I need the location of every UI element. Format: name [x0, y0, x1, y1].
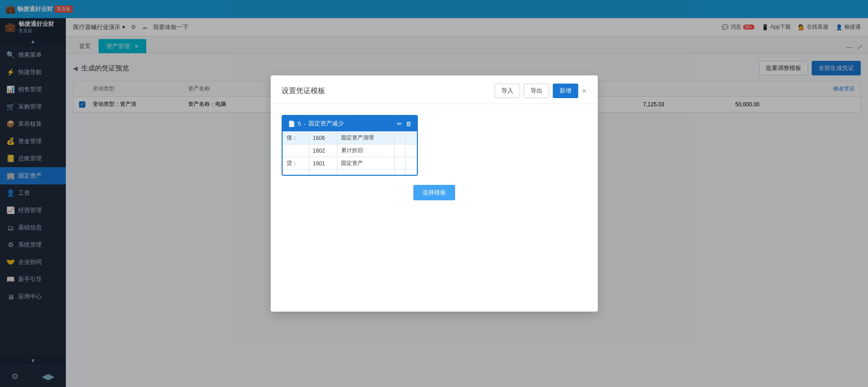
template-name: 固定资产减少 [308, 119, 344, 128]
modal-header: 设置凭证模板 导入 导出 新增 × [271, 75, 598, 104]
template-card-header: 📄 5 - 固定资产减少 ✏ 🗑 [283, 116, 417, 131]
modal-close-button[interactable]: × [582, 86, 587, 96]
template-entry-row: 借： 1606 固定资产清理 [283, 132, 417, 144]
entry-code-0: 1606 [309, 132, 337, 144]
template-id: 5 [298, 120, 301, 127]
card-title: 📄 5 - 固定资产减少 [288, 119, 344, 128]
modal-header-right: 导入 导出 新增 × [495, 84, 587, 98]
import-button[interactable]: 导入 [495, 84, 520, 98]
select-template-button[interactable]: 选择模板 [413, 185, 455, 200]
entry-debit-2 [395, 157, 406, 170]
entry-credit-2 [406, 157, 417, 170]
entry-code-1: 1602 [309, 144, 337, 157]
entry-credit-3 [406, 170, 417, 175]
entry-credit-1 [406, 144, 417, 157]
modal-actions: 导入 导出 新增 [495, 84, 578, 98]
entry-subject-0: 固定资产清理 [337, 132, 394, 144]
entry-type-2: 贷： [283, 157, 309, 170]
delete-template-icon[interactable]: 🗑 [406, 120, 412, 127]
entry-type-1 [283, 144, 309, 157]
export-button[interactable]: 导出 [524, 84, 549, 98]
set-voucher-template-modal: 设置凭证模板 导入 导出 新增 × 📄 5 - 固定资产减少 [271, 75, 598, 312]
entry-debit-1 [395, 144, 406, 157]
modal-title: 设置凭证模板 [282, 86, 325, 96]
entry-type-3 [283, 170, 309, 175]
template-entry-row: 贷： 1601 固定资产 [283, 157, 417, 170]
modal-overlay: 设置凭证模板 导入 导出 新增 × 📄 5 - 固定资产减少 [0, 0, 868, 387]
template-card: 📄 5 - 固定资产减少 ✏ 🗑 借： 1606 [282, 115, 418, 176]
entry-debit-0 [395, 132, 406, 144]
entry-debit-3 [395, 170, 406, 175]
template-entry-row-empty [283, 170, 417, 175]
new-template-button[interactable]: 新增 [553, 84, 578, 98]
template-entries-table: 借： 1606 固定资产清理 1602 累计折旧 [283, 131, 417, 175]
modal-body: 📄 5 - 固定资产减少 ✏ 🗑 借： 1606 [271, 104, 598, 211]
template-sep: - [304, 120, 306, 127]
edit-template-icon[interactable]: ✏ [397, 120, 402, 127]
template-entry-row: 1602 累计折旧 [283, 144, 417, 157]
entry-code-2: 1601 [309, 157, 337, 170]
entry-subject-2: 固定资产 [337, 157, 394, 170]
template-doc-icon: 📄 [288, 120, 295, 127]
entry-code-3 [309, 170, 337, 175]
entry-subject-3 [337, 170, 394, 175]
entry-credit-0 [406, 132, 417, 144]
card-action-icons: ✏ 🗑 [397, 120, 412, 127]
entry-type-0: 借： [283, 132, 309, 144]
entry-subject-1: 累计折旧 [337, 144, 394, 157]
